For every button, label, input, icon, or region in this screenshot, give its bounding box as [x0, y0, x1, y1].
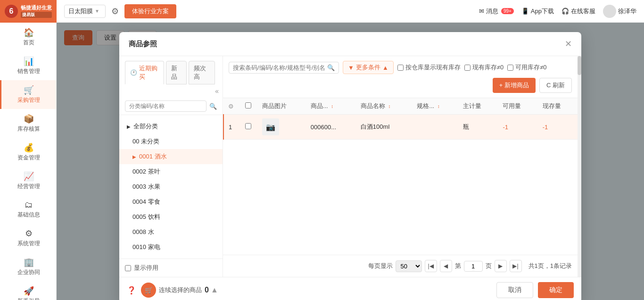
cancel-button[interactable]: 取消 — [496, 282, 533, 298]
category-search-input[interactable] — [125, 100, 206, 112]
row-checkbox-cell[interactable] — [240, 115, 257, 140]
product-table: ⚙ 商品图片 — [223, 98, 578, 140]
more-filter-button[interactable]: ▼ 更多条件 ▲ — [343, 61, 394, 74]
logo-badge: 捷易版 — [21, 12, 52, 18]
modal-footer: ❓ 🛒 连续选择的商品 0 ▲ 取消 确定 — [119, 277, 581, 300]
modal-close-button[interactable]: ✕ — [565, 39, 572, 49]
row-stock-cell: -1 — [538, 115, 578, 140]
category-label-appliances: 0010 家电 — [132, 243, 160, 251]
sidebar-label-system: 系统管理 — [17, 240, 40, 248]
sidebar-label-finance: 资金管理 — [17, 154, 40, 162]
nav-app-download[interactable]: 📱 App下载 — [521, 7, 554, 16]
row-checkbox[interactable] — [245, 123, 251, 129]
sort-icon-spec: ↕ — [438, 104, 440, 109]
add-product-button[interactable]: + 新增商品 — [493, 78, 536, 93]
sidebar-item-system[interactable]: ⚙ 系统管理 — [0, 224, 56, 252]
message-icon: ✉ — [479, 8, 484, 15]
footer-cart[interactable]: 🛒 连续选择的商品 0 — [141, 283, 209, 298]
sidebar-label-operations: 经营管理 — [17, 183, 40, 191]
category-item-drinks[interactable]: 0005 饮料 — [119, 209, 223, 225]
modal-scrollbar[interactable] — [578, 56, 581, 277]
col-spec[interactable]: 规格... ↕ — [412, 98, 458, 115]
prev-page-button[interactable]: ◀ — [440, 260, 452, 272]
col-settings[interactable]: ⚙ — [223, 98, 240, 115]
purchase-icon: 🛒 — [24, 85, 34, 95]
refresh-button[interactable]: C 刷新 — [539, 78, 572, 93]
sidebar-item-purchase[interactable]: 🛒 采购管理 — [0, 80, 56, 109]
last-page-button[interactable]: ▶| — [510, 260, 522, 272]
category-search-icon[interactable]: 🔍 — [209, 103, 217, 110]
sidebar-item-basic[interactable]: 🗂 基础信息 — [0, 195, 56, 224]
sidebar-item-finance[interactable]: 💰 资金管理 — [0, 138, 56, 167]
sidebar-item-home[interactable]: 🏠 首页 — [0, 23, 56, 51]
category-item-uncategorized[interactable]: 00 未分类 — [119, 134, 223, 149]
tab-recent-purchase[interactable]: 🕐 近期购买 — [125, 61, 164, 84]
page-number-input[interactable] — [464, 261, 483, 272]
filter-icon: ▼ — [348, 64, 354, 71]
nav-selector[interactable]: 日太阳膜 ▼ — [64, 5, 106, 18]
sidebar-item-sales[interactable]: 📊 销售管理 — [0, 51, 56, 80]
existing-checkbox[interactable] — [464, 65, 471, 71]
page-size-select[interactable]: 50 10 20 100 — [396, 260, 422, 272]
nav-selector-text: 日太阳膜 — [68, 7, 93, 16]
footer-collapse-icon[interactable]: ▲ — [211, 286, 218, 294]
sidebar-label-sales: 销售管理 — [17, 67, 40, 75]
category-item-all[interactable]: ▶ 全部分类 — [119, 119, 223, 134]
col-available-label: 可用量 — [503, 102, 521, 109]
nav-service[interactable]: 🎧 在线客服 — [561, 7, 595, 16]
category-item-water[interactable]: 0008 水 — [119, 225, 223, 240]
headset-icon: 🎧 — [561, 8, 569, 15]
trial-button[interactable]: 体验行业方案 — [124, 4, 176, 18]
sidebar-label-home: 首页 — [23, 39, 34, 47]
nav-user[interactable]: 徐泽华 — [603, 5, 636, 18]
category-item-tea[interactable]: 0002 茶叶 — [119, 164, 223, 179]
next-page-button[interactable]: ▶ — [495, 260, 507, 272]
sidebar-label-inventory: 库存核算 — [17, 125, 40, 133]
sidebar-item-inventory[interactable]: 📦 库存核算 — [0, 109, 56, 138]
col-name[interactable]: 商品名称 ↕ — [356, 98, 412, 115]
first-page-button[interactable]: |◀ — [425, 260, 437, 272]
category-item-appliances[interactable]: 0010 家电 — [119, 240, 223, 255]
help-icon[interactable]: ❓ — [127, 286, 136, 295]
sidebar-item-guide[interactable]: 🚀 新手引导 — [0, 281, 56, 300]
search-icon[interactable]: 🔍 — [327, 64, 335, 71]
usable-checkbox[interactable] — [507, 65, 513, 71]
settings-icon[interactable]: ⚙ — [228, 103, 234, 110]
footer-right-buttons: 取消 确定 — [496, 282, 574, 298]
inventory-icon: 📦 — [24, 114, 34, 124]
category-list: ▶ 全部分类 00 未分类 ▶ 0001 酒水 0002 茶 — [119, 115, 223, 258]
product-search-box: 🔍 — [229, 62, 339, 74]
table-row[interactable]: 1 📷 000600... — [223, 115, 578, 140]
tab-frequent[interactable]: 频次高 — [189, 61, 215, 84]
show-disabled-label[interactable]: 显示停用 — [134, 264, 158, 272]
show-disabled-checkbox[interactable] — [125, 265, 131, 271]
collapse-icon[interactable]: « — [215, 87, 219, 95]
select-all-checkbox[interactable] — [245, 102, 251, 108]
category-label-fruit: 0003 水果 — [132, 183, 160, 191]
basic-icon: 🗂 — [25, 200, 33, 210]
sidebar-item-enterprise[interactable]: 🏢 企业协同 — [0, 252, 56, 281]
sidebar-item-operations[interactable]: 📈 经营管理 — [0, 167, 56, 195]
col-available: 可用量 — [498, 98, 537, 115]
nav-message[interactable]: ✉ 消息 99+ — [479, 7, 514, 16]
confirm-button[interactable]: 确定 — [538, 282, 574, 298]
top-nav: 6 畅捷通好生意 捷易版 日太阳膜 ▼ ⚙ 体验行业方案 ✉ 消息 99+ 📱 … — [0, 0, 644, 23]
usable-filter: 可用库存≠0 — [507, 63, 546, 72]
usable-label: 可用库存≠0 — [515, 63, 546, 72]
gear-icon[interactable]: ⚙ — [111, 6, 119, 17]
col-unit-label: 主计量 — [463, 102, 481, 109]
tab-new-products[interactable]: 新品 — [166, 61, 187, 84]
category-item-snacks[interactable]: 0004 零食 — [119, 194, 223, 209]
row-code-cell: 000600... — [306, 115, 356, 140]
right-panel: 🔍 ▼ 更多条件 ▲ 按仓库显示现有库存 — [223, 56, 578, 277]
category-item-liquor[interactable]: ▶ 0001 酒水 — [119, 149, 223, 164]
col-image: 商品图片 — [257, 98, 306, 115]
product-search-input[interactable] — [233, 64, 327, 71]
category-item-fruit[interactable]: 0003 水果 — [119, 179, 223, 194]
finance-icon: 💰 — [24, 142, 34, 153]
footer-selected-count: 0 — [205, 286, 209, 294]
nav-service-text: 在线客服 — [571, 7, 595, 16]
warehouse-checkbox[interactable] — [397, 65, 404, 71]
col-code[interactable]: 商品... ↕ — [306, 98, 356, 115]
col-stock-label: 现存量 — [543, 102, 561, 109]
